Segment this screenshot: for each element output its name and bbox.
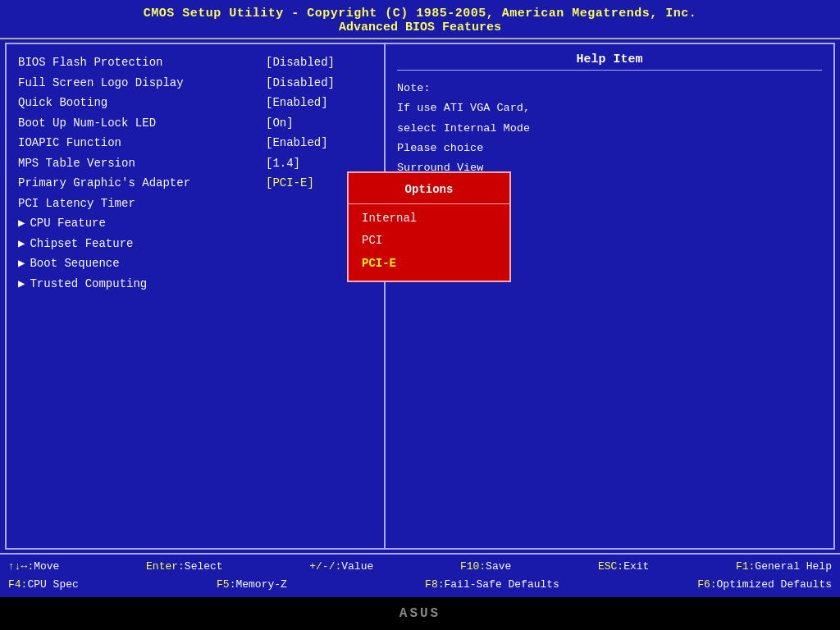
submenu-trusted[interactable]: ▶ Trusted Computing bbox=[18, 274, 372, 294]
submenu-boot-label: Boot Sequence bbox=[30, 253, 119, 274]
value-mps: [1.4] bbox=[266, 153, 372, 174]
dropdown-option-pci[interactable]: PCI bbox=[349, 230, 509, 253]
asus-logo: ASUS bbox=[399, 606, 441, 621]
label-mps: MPS Table Version bbox=[18, 153, 135, 174]
key-save: F10: bbox=[460, 560, 486, 573]
key-move: ↑↓↔: bbox=[8, 560, 34, 573]
dropdown-option-pcie[interactable]: PCI-E bbox=[349, 253, 509, 276]
right-panel: Help Item Note: If use ATI VGA Card, sel… bbox=[386, 44, 833, 548]
footer: ↑↓↔:Move Enter:Select +/-/:Value F10:Sav… bbox=[0, 553, 840, 597]
value-ioapic: [Enabled] bbox=[266, 133, 372, 153]
arrow-icon-trusted: ▶ bbox=[18, 274, 25, 294]
label-numlock: Boot Up Num-Lock LED bbox=[18, 113, 156, 134]
label-primary-gfx: Primary Graphic's Adapter bbox=[18, 173, 190, 194]
submenu-trusted-label: Trusted Computing bbox=[30, 274, 147, 294]
key-memory: F5: bbox=[217, 578, 235, 591]
dropdown-option-internal[interactable]: Internal bbox=[349, 208, 509, 231]
settings-row-quick-boot[interactable]: Quick Booting [Enabled] bbox=[18, 93, 372, 113]
key-cpu: F4: bbox=[8, 578, 27, 591]
footer-line2: F4:CPU Spec F5:Memory-Z F8:Fail-Safe Def… bbox=[8, 576, 832, 594]
key-exit: ESC: bbox=[598, 560, 623, 573]
title-line2: Advanced BIOS Features bbox=[0, 21, 840, 34]
help-title: Help Item bbox=[397, 52, 822, 71]
dropdown-popup: Options Internal PCI PCI-E bbox=[347, 171, 511, 282]
bios-screen: CMOS Setup Utility - Copyright (C) 1985-… bbox=[0, 0, 840, 630]
footer-failsafe: F8:Fail-Safe Defaults bbox=[425, 576, 559, 594]
footer-save: F10:Save bbox=[460, 558, 511, 576]
submenu-boot[interactable]: ▶ Boot Sequence bbox=[18, 253, 372, 274]
title-line1: CMOS Setup Utility - Copyright (C) 1985-… bbox=[0, 7, 840, 21]
asus-bar: ASUS bbox=[0, 597, 840, 630]
key-value: +/-/: bbox=[309, 560, 341, 573]
submenu-chipset[interactable]: ▶ Chipset Feature bbox=[18, 234, 372, 254]
footer-optimized: F6:Optimized Defaults bbox=[697, 576, 832, 594]
dropdown-title: Options bbox=[349, 178, 509, 204]
label-logo: Full Screen Logo Display bbox=[18, 73, 184, 94]
value-numlock: [On] bbox=[266, 113, 372, 134]
footer-value: +/-/:Value bbox=[309, 558, 373, 576]
arrow-icon-cpu: ▶ bbox=[18, 213, 25, 234]
settings-row-mps[interactable]: MPS Table Version [1.4] bbox=[18, 153, 372, 174]
footer-move: ↑↓↔:Move bbox=[8, 558, 59, 576]
footer-memory: F5:Memory-Z bbox=[217, 576, 287, 594]
footer-help: F1:General Help bbox=[736, 558, 832, 576]
key-optimized: F6: bbox=[697, 578, 716, 591]
arrow-icon-boot: ▶ bbox=[18, 253, 25, 274]
submenu-cpu-label: CPU Feature bbox=[30, 213, 105, 234]
title-bar: CMOS Setup Utility - Copyright (C) 1985-… bbox=[0, 0, 840, 39]
main-area: BIOS Flash Protection [Disabled] Full Sc… bbox=[5, 43, 835, 550]
label-quick-boot: Quick Booting bbox=[18, 93, 107, 113]
key-help: F1: bbox=[736, 560, 755, 573]
footer-line1: ↑↓↔:Move Enter:Select +/-/:Value F10:Sav… bbox=[8, 558, 832, 576]
submenu-cpu[interactable]: ▶ CPU Feature bbox=[18, 213, 372, 234]
footer-select: Enter:Select bbox=[146, 558, 223, 576]
label-bios-flash: BIOS Flash Protection bbox=[18, 52, 162, 73]
settings-row-numlock[interactable]: Boot Up Num-Lock LED [On] bbox=[18, 113, 372, 134]
left-panel: BIOS Flash Protection [Disabled] Full Sc… bbox=[7, 44, 384, 548]
settings-row-logo[interactable]: Full Screen Logo Display [Disabled] bbox=[18, 73, 372, 94]
label-pci-latency: PCI Latency Timer bbox=[18, 194, 135, 214]
key-failsafe: F8: bbox=[425, 578, 444, 591]
key-select: Enter: bbox=[146, 560, 185, 573]
footer-cpu: F4:CPU Spec bbox=[8, 576, 79, 594]
submenu-chipset-label: Chipset Feature bbox=[30, 234, 133, 254]
value-bios-flash: [Disabled] bbox=[266, 52, 372, 73]
label-ioapic: IOAPIC Function bbox=[18, 133, 121, 153]
value-quick-boot: [Enabled] bbox=[266, 93, 372, 113]
settings-row-pci-latency[interactable]: PCI Latency Timer bbox=[18, 194, 372, 214]
settings-row-ioapic[interactable]: IOAPIC Function [Enabled] bbox=[18, 133, 372, 153]
arrow-icon-chipset: ▶ bbox=[18, 234, 25, 254]
value-logo: [Disabled] bbox=[266, 73, 372, 94]
footer-exit: ESC:Exit bbox=[598, 558, 649, 576]
settings-row-primary-gfx[interactable]: Primary Graphic's Adapter [PCI-E] bbox=[18, 173, 372, 194]
settings-row-bios-flash[interactable]: BIOS Flash Protection [Disabled] bbox=[18, 52, 372, 73]
